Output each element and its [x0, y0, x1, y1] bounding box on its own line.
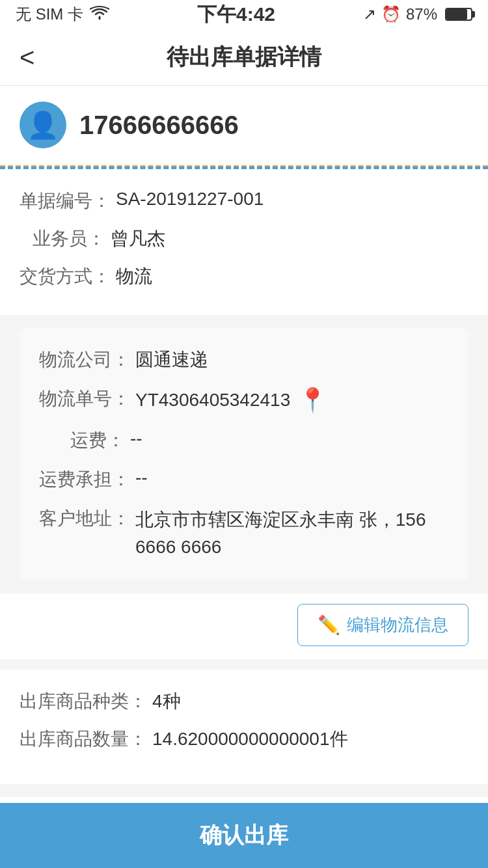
customer-header: 👤 17666666666	[0, 86, 488, 164]
status-right: ↗ ⏰ 87%	[363, 5, 472, 23]
dashed-divider	[0, 164, 488, 169]
carrier-label: 无 SIM 卡	[16, 4, 83, 25]
edit-btn-container: ✏️ 编辑物流信息	[0, 593, 488, 659]
order-number-label: 单据编号：	[20, 189, 116, 213]
status-time: 下午4:42	[197, 1, 275, 28]
address-row: 客户地址： 北京市市辖区海淀区永丰南 张，156 6666 6666	[39, 506, 449, 561]
map-pin-icon[interactable]: 📍	[298, 387, 327, 414]
freight-label: 运费：	[39, 428, 130, 453]
goods-types-value: 4种	[152, 689, 181, 714]
page-title: 待出库单据详情	[167, 42, 321, 72]
edit-icon: ✏️	[318, 614, 340, 636]
order-number-row: 单据编号： SA-20191227-001	[20, 189, 468, 213]
freight-bearer-value: --	[135, 467, 449, 488]
nav-bar: < 待出库单据详情	[0, 29, 488, 86]
confirm-label: 确认出库	[200, 821, 288, 850]
address-label: 客户地址：	[39, 506, 135, 531]
back-button[interactable]: <	[20, 44, 34, 70]
freight-row: 运费： --	[39, 428, 449, 453]
delivery-method-row: 交货方式： 物流	[20, 264, 468, 289]
wifi-icon	[90, 5, 109, 23]
salesman-label: 业务员：	[20, 226, 111, 251]
tracking-number-row: 物流单号： YT43064053424​13 📍	[39, 387, 449, 414]
goods-section: 出库商品种类： 4种 出库商品数量： 14.620000000000001件	[0, 670, 488, 784]
battery-icon	[445, 8, 472, 21]
freight-bearer-row: 运费承担： --	[39, 467, 449, 492]
order-number-value: SA-20191227-001	[116, 189, 468, 210]
avatar: 👤	[20, 102, 66, 148]
address-value: 北京市市辖区海淀区永丰南 张，156 6666 6666	[135, 506, 449, 561]
logistics-company-value: 圆通速递	[135, 347, 449, 372]
salesman-row: 业务员： 曾凡杰	[20, 226, 468, 251]
delivery-method-label: 交货方式：	[20, 264, 116, 289]
order-info-section: 单据编号： SA-20191227-001 业务员： 曾凡杰 交货方式： 物流	[0, 169, 488, 315]
section-divider-1	[0, 659, 488, 670]
location-status-icon: ↗	[363, 5, 376, 23]
delivery-method-value: 物流	[116, 264, 468, 289]
logistics-card: 物流公司： 圆通速递 物流单号： YT43064053424​13 📍 运费： …	[20, 328, 468, 580]
freight-bearer-label: 运费承担：	[39, 467, 135, 492]
freight-value: --	[130, 428, 449, 449]
edit-logistics-button[interactable]: ✏️ 编辑物流信息	[297, 604, 468, 646]
logistics-company-row: 物流公司： 圆通速递	[39, 347, 449, 372]
alarm-icon: ⏰	[381, 5, 401, 23]
goods-quantity-value: 14.620000000000001件	[152, 727, 348, 752]
confirm-button[interactable]: 确认出库	[0, 803, 488, 868]
user-icon: 👤	[27, 110, 59, 141]
edit-btn-label: 编辑物流信息	[347, 614, 448, 636]
status-left: 无 SIM 卡	[16, 4, 109, 25]
customer-phone: 17666666666	[79, 111, 239, 140]
goods-quantity-row: 出库商品数量： 14.620000000000001件	[20, 727, 468, 752]
salesman-value: 曾凡杰	[111, 226, 468, 251]
status-bar: 无 SIM 卡 下午4:42 ↗ ⏰ 87%	[0, 0, 488, 29]
goods-quantity-label: 出库商品数量：	[20, 727, 152, 752]
logistics-company-label: 物流公司：	[39, 347, 135, 372]
tracking-value-container: YT43064053424​13 📍	[135, 387, 449, 414]
tracking-label: 物流单号：	[39, 387, 135, 411]
goods-types-row: 出库商品种类： 4种	[20, 689, 468, 714]
battery-label: 87%	[406, 5, 437, 23]
goods-types-label: 出库商品种类：	[20, 689, 152, 714]
tracking-number-value: YT43064053424​13	[135, 390, 290, 411]
